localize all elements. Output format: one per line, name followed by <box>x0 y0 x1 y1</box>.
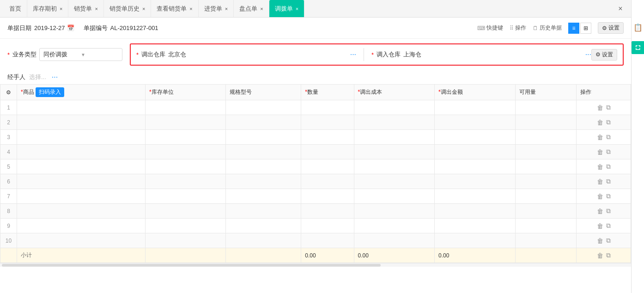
unit-cell[interactable] <box>146 219 226 233</box>
col-gear[interactable]: ⚙ <box>0 85 17 100</box>
shortcuts-btn[interactable]: ⌨ 快捷键 <box>477 24 503 32</box>
qty-cell[interactable] <box>301 130 354 145</box>
copy-icon[interactable]: ⧉ <box>606 192 611 200</box>
delete-icon[interactable]: 🗑 <box>597 252 603 259</box>
amount-cell[interactable] <box>435 130 515 145</box>
delete-icon[interactable]: 🗑 <box>597 148 603 156</box>
tab-view-sales[interactable]: 查看销货单 × <box>151 0 198 17</box>
tab-transfer-order[interactable]: 调拨单 × <box>269 0 304 17</box>
available-cell[interactable] <box>515 174 577 189</box>
calendar-icon[interactable]: 📅 <box>67 24 74 31</box>
amount-cell[interactable] <box>435 100 515 115</box>
unit-cell[interactable] <box>146 174 226 189</box>
transfer-in-more[interactable]: ··· <box>585 50 591 59</box>
qty-cell[interactable] <box>301 115 354 130</box>
delete-icon[interactable]: 🗑 <box>597 208 603 215</box>
qty-cell[interactable] <box>301 159 354 174</box>
operations-btn[interactable]: ⠿ 操作 <box>510 24 526 32</box>
delete-icon[interactable]: 🗑 <box>597 222 603 230</box>
amount-cell[interactable] <box>435 204 515 219</box>
spec-cell[interactable] <box>226 174 301 189</box>
unit-cell[interactable] <box>146 204 226 219</box>
business-type-select[interactable]: 同价调拨 ▼ <box>39 48 122 61</box>
unit-cell[interactable] <box>146 100 226 115</box>
qty-cell[interactable] <box>301 204 354 219</box>
unit-cell[interactable] <box>146 145 226 159</box>
cost-cell[interactable] <box>354 189 434 204</box>
goods-cell[interactable] <box>17 115 146 130</box>
close-transfer-order[interactable]: × <box>296 6 298 12</box>
qty-cell[interactable] <box>301 233 354 248</box>
available-cell[interactable] <box>515 130 577 145</box>
cost-cell[interactable] <box>354 233 434 248</box>
handler-placeholder[interactable]: 选择... <box>29 73 46 81</box>
copy-icon[interactable]: ⧉ <box>606 163 611 171</box>
tab-inventory-init[interactable]: 库存期初 × <box>27 0 68 17</box>
available-cell[interactable] <box>515 189 577 204</box>
amount-cell[interactable] <box>435 189 515 204</box>
available-cell[interactable] <box>515 233 577 248</box>
cost-cell[interactable] <box>354 115 434 130</box>
cost-cell[interactable] <box>354 145 434 159</box>
layout-list-btn[interactable]: ≡ <box>568 23 579 34</box>
goods-cell[interactable] <box>17 174 146 189</box>
amount-cell[interactable] <box>435 145 515 159</box>
unit-cell[interactable] <box>146 189 226 204</box>
tab-inventory-count[interactable]: 盘点单 × <box>234 0 269 17</box>
copy-icon[interactable]: ⧉ <box>606 104 611 111</box>
tab-sales-history[interactable]: 销货单历史 × <box>104 0 151 17</box>
close-inventory-init[interactable]: × <box>60 6 62 12</box>
copy-icon[interactable]: ⧉ <box>606 133 611 141</box>
close-purchase-order[interactable]: × <box>225 6 228 12</box>
available-cell[interactable] <box>515 100 577 115</box>
copy-icon[interactable]: ⧉ <box>606 148 611 156</box>
amount-cell[interactable] <box>435 115 515 130</box>
available-cell[interactable] <box>515 204 577 219</box>
cost-cell[interactable] <box>354 100 434 115</box>
close-sales-order[interactable]: × <box>95 6 97 12</box>
settings-button[interactable]: ⚙ 设置 <box>598 22 624 34</box>
qty-cell[interactable] <box>301 100 354 115</box>
spec-cell[interactable] <box>226 219 301 233</box>
cost-cell[interactable] <box>354 159 434 174</box>
copy-icon[interactable]: ⧉ <box>606 207 611 215</box>
available-cell[interactable] <box>515 159 577 174</box>
copy-icon[interactable]: ⧉ <box>606 251 611 259</box>
cost-cell[interactable] <box>354 130 434 145</box>
spec-cell[interactable] <box>226 100 301 115</box>
spec-cell[interactable] <box>226 130 301 145</box>
copy-icon[interactable]: ⧉ <box>606 237 611 244</box>
goods-cell[interactable] <box>17 233 146 248</box>
goods-cell[interactable] <box>17 189 146 204</box>
close-view-sales[interactable]: × <box>189 6 192 12</box>
tab-home[interactable]: 首页 <box>4 0 27 17</box>
layout-grid-btn[interactable]: ⊞ <box>580 23 591 34</box>
spec-cell[interactable] <box>226 115 301 130</box>
cost-cell[interactable] <box>354 174 434 189</box>
available-cell[interactable] <box>515 115 577 130</box>
cost-cell[interactable] <box>354 204 434 219</box>
qty-cell[interactable] <box>301 174 354 189</box>
scroll-thumb[interactable] <box>2 264 381 267</box>
qty-cell[interactable] <box>301 189 354 204</box>
delete-icon[interactable]: 🗑 <box>597 134 603 141</box>
unit-cell[interactable] <box>146 130 226 145</box>
transfer-out-more[interactable]: ··· <box>350 50 356 59</box>
cost-cell[interactable] <box>354 219 434 233</box>
copy-icon[interactable]: ⧉ <box>606 177 611 185</box>
warehouse-settings-btn[interactable]: ⚙ 设置 <box>591 49 617 61</box>
amount-cell[interactable] <box>435 174 515 189</box>
unit-cell[interactable] <box>146 159 226 174</box>
delete-icon[interactable]: 🗑 <box>597 178 603 185</box>
spec-cell[interactable] <box>226 159 301 174</box>
goods-cell[interactable] <box>17 100 146 115</box>
delete-icon[interactable]: 🗑 <box>597 119 603 126</box>
copy-icon[interactable]: ⧉ <box>606 118 611 126</box>
spec-cell[interactable] <box>226 233 301 248</box>
goods-cell[interactable] <box>17 145 146 159</box>
handler-more[interactable]: ··· <box>52 73 58 81</box>
goods-cell[interactable] <box>17 204 146 219</box>
available-cell[interactable] <box>515 219 577 233</box>
amount-cell[interactable] <box>435 219 515 233</box>
available-cell[interactable] <box>515 145 577 159</box>
